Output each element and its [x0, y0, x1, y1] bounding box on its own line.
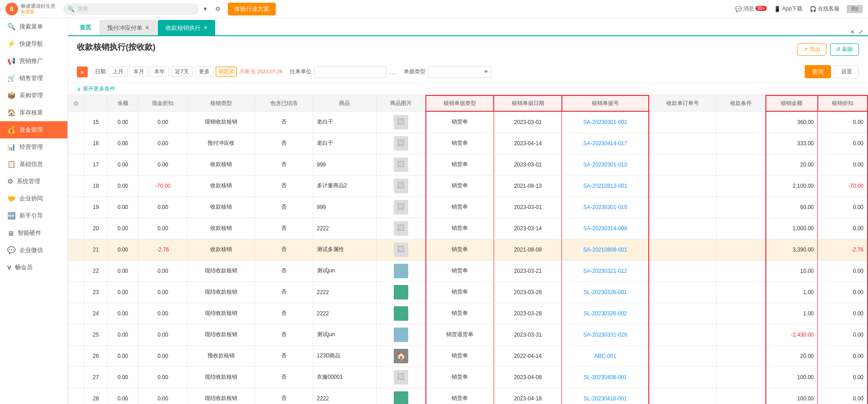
- bill-no-link[interactable]: SL-20230328-002: [584, 310, 627, 317]
- td-gear: [68, 218, 85, 239]
- bill-no-link[interactable]: SA-20230331-026: [583, 332, 627, 338]
- tab-verify[interactable]: 收款核销执行 ✕: [158, 20, 215, 35]
- td-verify-bill-type: 销货单: [426, 154, 494, 175]
- td-verify-bill-no: SA-20230331-026: [562, 324, 649, 345]
- date-btn-this-year[interactable]: 本年: [150, 67, 169, 77]
- td-verify-type: 现结收款核销: [188, 366, 255, 388]
- td-goods: 老白干: [313, 133, 376, 154]
- td-gear: [68, 366, 85, 388]
- td-included: 否: [255, 154, 313, 175]
- sidebar-item-wechat[interactable]: 💬 企业微信: [0, 242, 67, 259]
- td-verify-bill-date: 2021-08-08: [494, 239, 562, 260]
- sidebar-item-purchase[interactable]: 📦 采购管理: [0, 87, 67, 104]
- tab-prepay[interactable]: 预付冲应付单 ✕: [99, 20, 157, 35]
- gear-button[interactable]: ⚙: [212, 3, 224, 15]
- sidebar-item-basic[interactable]: 📋 基础信息: [0, 156, 67, 173]
- date-btn-this-month[interactable]: 本月: [129, 67, 148, 77]
- td-verify-type: 收款核销: [188, 175, 255, 196]
- username-display[interactable]: Rit: [847, 5, 863, 13]
- sidebar-item-corp[interactable]: 🤝 企业协同: [0, 190, 67, 207]
- tab-prepay-close[interactable]: ✕: [145, 25, 149, 31]
- bill-no-link[interactable]: SL-20230418-001: [584, 395, 627, 402]
- bill-no-link[interactable]: SL-20230408-001: [584, 374, 627, 380]
- bill-no-link[interactable]: SA-20230301-010: [583, 204, 627, 210]
- filter-bar: » 日期 上月 本月 本年 近7天 更多 自定义 不限 至 2023-07-26…: [68, 61, 868, 83]
- close-window-icon[interactable]: ✕: [850, 29, 855, 35]
- date-custom-btn[interactable]: 自定义: [216, 67, 237, 77]
- top-search-bar[interactable]: 🔍 搜索: [63, 3, 199, 15]
- column-settings-btn[interactable]: ⚙: [73, 100, 79, 107]
- refresh-btn[interactable]: ↺ 刷新: [830, 43, 859, 56]
- td-no: 28: [85, 388, 108, 404]
- date-btn-more[interactable]: 更多: [195, 67, 214, 77]
- bill-no-link[interactable]: SA-20210808-001: [583, 247, 627, 253]
- date-btn-last-month[interactable]: 上月: [108, 67, 127, 77]
- td-verify-bill-date: 2023-03-01: [494, 111, 562, 133]
- sidebar-item-quicknav[interactable]: ⚡ 快捷导航: [0, 35, 67, 52]
- sidebar-item-search[interactable]: 🔍 搜索菜单: [0, 18, 67, 35]
- bill-no-link[interactable]: SA-20230301-010: [583, 162, 627, 168]
- td-receipt-order-no: [649, 133, 717, 154]
- bill-no-link[interactable]: SA-20210813-001: [583, 183, 627, 189]
- table-row: 25 0.00 0.00 现结收款核销 否 测试jun 销货退货单 2023-0…: [68, 324, 868, 345]
- sidebar-item-system[interactable]: ⚙ 系统管理: [0, 173, 67, 190]
- table-row: 24 0.00 0.00 现结收款核销 否 2222 销货单 2023-03-2…: [68, 303, 868, 324]
- date-buttons: 上月 本月 本年 近7天 更多 自定义: [108, 67, 237, 77]
- settings-btn[interactable]: 设置: [835, 65, 859, 78]
- filter-expand-btn[interactable]: »: [77, 67, 88, 77]
- sidebar-item-finance[interactable]: 💰 资金管理: [0, 121, 67, 138]
- dropdown-trigger[interactable]: ▼: [203, 6, 208, 12]
- receipt-type-select[interactable]: 销货单 销货退货单: [428, 66, 491, 78]
- td-verify-bill-type: 销货单: [426, 239, 494, 260]
- tab-home[interactable]: 首页: [72, 20, 99, 35]
- query-btn[interactable]: 查询: [805, 65, 831, 78]
- app-download-btn[interactable]: 📱 App下载: [774, 5, 802, 13]
- td-included: 否: [255, 281, 313, 303]
- from-unit-input[interactable]: [314, 66, 387, 78]
- sidebar-item-sales[interactable]: 🛒 销售管理: [0, 70, 67, 87]
- sidebar-item-label: 基础信息: [19, 160, 43, 168]
- td-receipt-cond: [717, 345, 766, 366]
- td-goods: 999: [313, 154, 376, 175]
- td-verify-bill-no: SL-20230408-001: [562, 366, 649, 388]
- td-included: 否: [255, 111, 313, 133]
- date-btn-7days[interactable]: 近7天: [171, 67, 193, 77]
- sidebar-item-inventory[interactable]: 🏠 库存核算: [0, 104, 67, 121]
- message-btn[interactable]: 💬 消息 99+: [735, 5, 767, 13]
- td-gear: [68, 154, 85, 175]
- td-cash-discount: 0.00: [138, 388, 188, 404]
- td-verify-discount: 0.00: [818, 281, 868, 303]
- solution-btn[interactable]: 体验行业方案: [228, 3, 276, 15]
- td-balance: 0.00: [107, 218, 138, 239]
- td-balance: 0.00: [107, 366, 138, 388]
- bill-no-link[interactable]: SA-20230414-017: [583, 140, 627, 147]
- td-goods-img: 🖼: [376, 218, 426, 239]
- sidebar-item-guide[interactable]: 🆕 新手引导: [0, 207, 67, 224]
- td-verify-bill-type: 销货单: [426, 345, 494, 366]
- fullscreen-icon[interactable]: ⤢: [859, 29, 863, 35]
- td-verify-discount: 0.00: [818, 133, 868, 154]
- sidebar-item-business[interactable]: 📊 经营管理: [0, 138, 67, 156]
- bill-no-link[interactable]: SA-20230301-001: [583, 119, 627, 125]
- th-no: [85, 95, 108, 111]
- bill-no-link[interactable]: SL-20230328-001: [584, 289, 627, 295]
- td-goods: 2222: [313, 388, 376, 404]
- td-cash-discount: 0.00: [138, 111, 188, 133]
- sidebar-item-hardware[interactable]: 🖥 智能硬件: [0, 224, 67, 242]
- export-btn[interactable]: ↗ 导出: [797, 43, 826, 56]
- td-cash-discount: 0.00: [138, 281, 188, 303]
- bill-no-link[interactable]: SA-20230314-008: [583, 225, 627, 232]
- table-row: 27 0.00 0.00 现结收款核销 否 衣服00001 🖼 销货单 2023…: [68, 366, 868, 388]
- online-service-btn[interactable]: 🎧 在线客服: [810, 5, 840, 13]
- sidebar-item-member[interactable]: V 畅会员: [0, 259, 67, 276]
- bill-no-link[interactable]: SA-20230321-012: [583, 268, 627, 274]
- sidebar-item-marketing[interactable]: 📢 营销推广: [0, 52, 67, 70]
- expand-more-bar[interactable]: ∨ 展开更多条件: [68, 83, 868, 95]
- td-included: 否: [255, 345, 313, 366]
- system-icon: ⚙: [7, 177, 13, 185]
- td-verify-discount: 0.00: [818, 303, 868, 324]
- td-verify-bill-no: SA-20230301-010: [562, 154, 649, 175]
- tab-verify-close[interactable]: ✕: [203, 25, 208, 31]
- bill-no-link[interactable]: ABC-001: [594, 353, 616, 359]
- td-no: 27: [85, 366, 108, 388]
